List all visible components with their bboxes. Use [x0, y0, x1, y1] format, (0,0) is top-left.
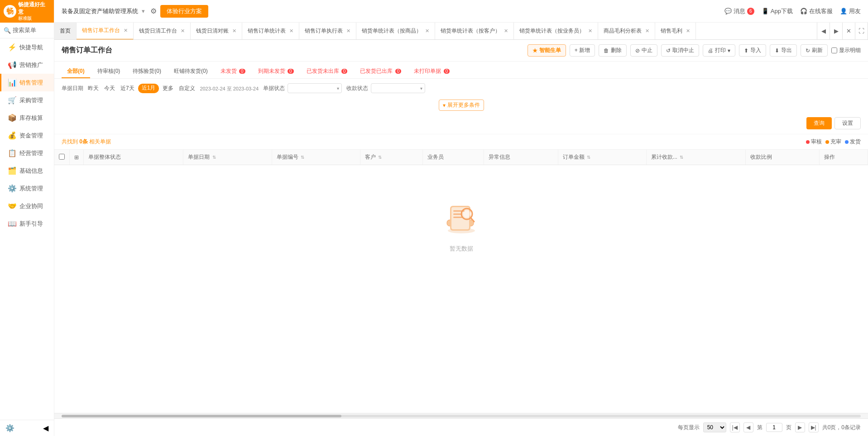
sidebar-item-finance[interactable]: 💰 资金管理 — [0, 127, 54, 144]
user-item[interactable]: 👤 用友 — [840, 7, 861, 15]
sub-tab-all[interactable]: 全部(0) — [62, 65, 90, 78]
date-7days[interactable]: 近7天 — [119, 84, 136, 93]
sub-tab-pending-inspect[interactable]: 待拣验货(0) — [127, 65, 167, 78]
tab-prev-btn[interactable]: ◀ — [817, 23, 830, 40]
tab-next-btn[interactable]: ▶ — [830, 23, 843, 40]
tab-sales-order-close[interactable]: ✕ — [124, 28, 128, 33]
table-scroll[interactable]: ⊞ 单据整体状态 单据日期 ⇅ 单据编号 ⇅ — [54, 150, 868, 413]
query-btn[interactable]: 查询 — [806, 117, 832, 129]
th-date[interactable]: 单据日期 ⇅ — [183, 150, 272, 165]
tab-sales-margin-close[interactable]: ✕ — [686, 28, 690, 34]
online-service-item[interactable]: 🎧 在线客服 — [800, 7, 833, 15]
print-btn[interactable]: 🖨 打印 ▾ — [703, 44, 735, 57]
tab-by-product-close[interactable]: ✕ — [425, 28, 429, 34]
tab-sales-order[interactable]: 销售订单工作台 ✕ — [77, 23, 134, 40]
message-item[interactable]: 💬 消息 6 — [724, 7, 754, 15]
sub-tab-shipped-out[interactable]: 已发货已出库 0 — [355, 65, 407, 78]
tab-product-margin[interactable]: 商品毛利分析表 ✕ — [598, 23, 655, 40]
sub-tab-pending-review[interactable]: 待审核(0) — [92, 65, 126, 78]
tab-home[interactable]: 首页 — [54, 23, 77, 40]
logo: 畅 畅捷通好生意 标准版 — [0, 0, 54, 23]
page-size-select[interactable]: 50 10 20 100 — [703, 422, 726, 432]
date-more[interactable]: 更多 — [161, 84, 175, 93]
date-yesterday[interactable]: 昨天 — [86, 84, 101, 93]
show-detail-checkbox[interactable] — [831, 47, 837, 53]
sidebar-item-guide[interactable]: 📖 新手引导 — [0, 215, 54, 232]
first-page-btn[interactable]: |◀ — [730, 422, 740, 432]
payment-select[interactable] — [371, 83, 425, 93]
import-btn[interactable]: ⬆ 导入 — [739, 44, 766, 57]
last-page-btn[interactable]: ▶| — [809, 422, 819, 432]
tab-sales-by-product[interactable]: 销货单统计表（按商品） ✕ — [356, 23, 435, 40]
tab-sales-stats-close[interactable]: ✕ — [289, 28, 293, 34]
page-input[interactable] — [766, 423, 782, 432]
sub-tab-overdue-unshipped[interactable]: 到期未发货 0 — [253, 65, 299, 78]
ship-action[interactable]: 发货 — [845, 138, 861, 146]
export-btn[interactable]: ⬇ 导出 — [770, 44, 797, 57]
horizontal-scrollbar[interactable] — [54, 413, 868, 418]
sidebar-item-sales[interactable]: 📊 销售管理 — [0, 74, 54, 91]
col-settings-icon[interactable]: ⊞ — [74, 154, 79, 161]
settings-icon[interactable]: ⚙️ — [5, 424, 14, 432]
content: 销售订单工作台 ★ 智能生单 + 新增 🗑 删除 ⊘ 中止 — [54, 40, 868, 436]
solution-btn[interactable]: 体验行业方案 — [160, 5, 208, 18]
sub-tab-unshipped[interactable]: 未发货 0 — [215, 65, 251, 78]
topbar-settings-icon[interactable]: ⚙ — [150, 7, 157, 15]
sidebar-item-operations[interactable]: 📋 经营管理 — [0, 144, 54, 162]
delete-btn[interactable]: 🗑 删除 — [599, 44, 627, 57]
settings-btn[interactable]: 设置 — [834, 117, 861, 129]
scrollbar-thumb[interactable] — [62, 415, 341, 417]
new-btn[interactable]: + 新增 — [570, 44, 595, 57]
review-action[interactable]: 审核 — [806, 138, 822, 146]
sidebar-search[interactable]: 🔍 搜索菜单 — [0, 23, 54, 38]
tab-cash-daily-close[interactable]: ✕ — [181, 28, 185, 34]
expand-filter-btn[interactable]: ▾ 展开更多条件 — [439, 100, 484, 111]
tab-by-staff-close[interactable]: ✕ — [588, 28, 592, 34]
date-custom[interactable]: 自定义 — [177, 84, 197, 93]
date-today[interactable]: 今天 — [102, 84, 117, 93]
tab-cash-daily[interactable]: 钱货日清工作台 ✕ — [134, 23, 191, 40]
tab-sales-stats[interactable]: 销售订单统计表 ✕ — [242, 23, 299, 40]
th-customer[interactable]: 客户 ⇅ — [360, 150, 422, 165]
sidebar-item-base[interactable]: 🗂️ 基础信息 — [0, 162, 54, 180]
tab-sales-exec-close[interactable]: ✕ — [346, 28, 350, 34]
dropdown-arrow[interactable]: ▾ — [142, 8, 145, 14]
th-amount[interactable]: 订单金额 ⇅ — [558, 150, 646, 165]
prev-page-btn[interactable]: ◀ — [743, 422, 753, 432]
show-detail-label[interactable]: 显示明细 — [831, 47, 861, 54]
sidebar-item-collab[interactable]: 🤝 企业协同 — [0, 197, 54, 215]
sub-tab-shop-pending[interactable]: 旺铺待发货(0) — [168, 65, 213, 78]
collapse-icon[interactable]: ◀ — [43, 424, 48, 432]
date-1month[interactable]: 近1月 — [138, 84, 159, 93]
stop-btn[interactable]: ⊘ 中止 — [630, 44, 657, 57]
tab-sales-by-customer[interactable]: 销货单统计表（按客户） ✕ — [435, 23, 514, 40]
tab-cash-reconcile[interactable]: 钱货日清对账 ✕ — [191, 23, 242, 40]
refresh-btn[interactable]: ↻ 刷新 — [801, 44, 828, 57]
scrollbar-track[interactable] — [62, 415, 861, 417]
tab-product-margin-close[interactable]: ✕ — [645, 28, 649, 34]
sidebar-item-system[interactable]: ⚙️ 系统管理 — [0, 180, 54, 197]
tab-sales-exec[interactable]: 销售订单执行表 ✕ — [299, 23, 356, 40]
tab-fullscreen-btn[interactable]: ⛶ — [855, 23, 868, 40]
th-collected[interactable]: 累计收款... ⇅ — [646, 150, 745, 165]
review-dot — [806, 140, 810, 144]
next-page-btn[interactable]: ▶ — [795, 422, 805, 432]
sub-tab-shipped-not-out[interactable]: 已发货未出库 0 — [301, 65, 353, 78]
th-number[interactable]: 单据编号 ⇅ — [272, 150, 360, 165]
select-all-checkbox[interactable] — [59, 154, 65, 160]
app-download-item[interactable]: 📱 App下载 — [762, 7, 793, 15]
tab-close-all-btn[interactable]: ✕ — [843, 23, 855, 40]
sidebar-item-marketing[interactable]: 📢 营销推广 — [0, 56, 54, 74]
tab-by-customer-close[interactable]: ✕ — [504, 28, 508, 34]
tab-sales-by-staff[interactable]: 销货单统计表（按业务员） ✕ — [514, 23, 598, 40]
sidebar-item-purchase[interactable]: 🛒 采购管理 — [0, 91, 54, 109]
smart-create-btn[interactable]: ★ 智能生单 — [528, 44, 566, 57]
cancel-stop-btn[interactable]: ↺ 取消中止 — [661, 44, 699, 57]
status-select[interactable] — [288, 83, 342, 93]
sub-tab-unprinted[interactable]: 未打印单据 0 — [408, 65, 455, 78]
unreview-action[interactable]: 充审 — [825, 138, 841, 146]
tab-cash-reconcile-close[interactable]: ✕ — [232, 28, 236, 34]
sidebar-item-inventory[interactable]: 📦 库存核算 — [0, 109, 54, 127]
sidebar-item-quicknav[interactable]: ⚡ 快捷导航 — [0, 38, 54, 56]
tab-sales-margin[interactable]: 销售毛利 ✕ — [655, 23, 696, 40]
